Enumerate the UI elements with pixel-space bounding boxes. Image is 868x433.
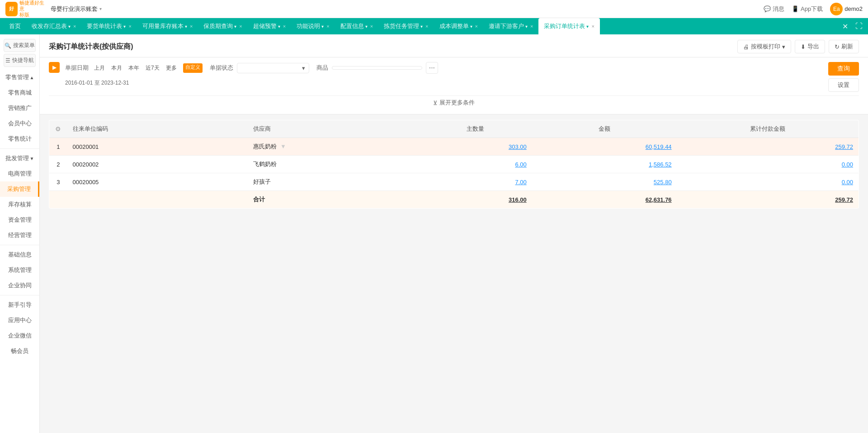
- th-supplier: 供应商: [248, 120, 419, 138]
- shortcut-7days[interactable]: 近7天: [144, 63, 161, 73]
- shortcut-this-year[interactable]: 本年: [127, 63, 141, 73]
- shortcut-prev-month[interactable]: 上月: [92, 63, 107, 73]
- tab-arrow-icon: ▾: [321, 24, 324, 29]
- table-row: 2 00020002 飞鹤奶粉 6.00 1,586.52 0.00: [49, 156, 859, 173]
- shortcut-this-month[interactable]: 本月: [109, 63, 124, 73]
- refresh-btn[interactable]: ↻ 刷新: [829, 40, 859, 53]
- sidebar-divider: [0, 148, 39, 149]
- workspace-selector[interactable]: 母婴行业演示账套 ▾: [51, 5, 104, 13]
- tab-close-icon[interactable]: ×: [239, 24, 242, 29]
- tab-close-icon[interactable]: ×: [326, 24, 329, 29]
- fullscreen-btn[interactable]: ⛶: [854, 22, 864, 30]
- cell-qty[interactable]: 6.00: [419, 156, 532, 173]
- filter-area: ▶ 单据日期 上月 本月 本年 近7天 更多 自定义: [40, 57, 868, 114]
- cell-supplier: 好孩子: [248, 173, 419, 191]
- tab-collect-send[interactable]: 收发存汇总表 ▾ ×: [26, 18, 81, 34]
- row-num: 3: [49, 173, 67, 191]
- message-icon: 💬: [764, 5, 771, 12]
- tab-arrow-icon: ▾: [365, 24, 368, 29]
- tab-cost-adjust[interactable]: 成本调整单 ▾ ×: [434, 18, 483, 34]
- sidebar-item-enterprise-wechat[interactable]: 企业微信: [0, 328, 39, 343]
- sidebar-item-ops-manage[interactable]: 经营管理: [0, 228, 39, 243]
- sidebar-search-btn[interactable]: 🔍 搜索菜单: [4, 39, 36, 52]
- cell-code: 00020002: [67, 156, 248, 173]
- sidebar-item-vip[interactable]: 畅会员: [0, 343, 39, 359]
- app-download-icon: 📱: [792, 5, 799, 12]
- table-settings-icon[interactable]: ⚙: [55, 125, 61, 133]
- sidebar-item-new-guide[interactable]: 新手引导: [0, 297, 39, 313]
- tab-close-icon[interactable]: ×: [370, 24, 373, 29]
- tab-pick-task[interactable]: 拣货任务管理 ▾ ×: [378, 18, 434, 34]
- tab-available-stock[interactable]: 可用量库存账本 ▾ ×: [137, 18, 198, 34]
- expand-more-btn[interactable]: ⊻ 展开更多条件: [49, 95, 859, 109]
- tab-close-icon[interactable]: ×: [190, 24, 193, 29]
- tab-close-icon[interactable]: ×: [73, 24, 76, 29]
- tab-arrow-icon: ▾: [234, 24, 236, 29]
- sidebar-item-system-manage[interactable]: 系统管理: [0, 262, 39, 278]
- custom-badge: 自定义: [183, 63, 203, 73]
- filter-settings-btn[interactable]: 设置: [828, 78, 859, 92]
- tab-overstock-warn[interactable]: 超储预警 ▾ ×: [248, 18, 291, 34]
- goods-ellipsis-btn[interactable]: ···: [426, 62, 438, 74]
- cell-qty[interactable]: 303.00: [419, 138, 532, 156]
- sidebar-item-marketing[interactable]: 营销推广: [0, 100, 39, 116]
- expand-icon: ▲: [30, 75, 34, 80]
- th-code: 往来单位编码: [67, 120, 248, 138]
- tab-warranty[interactable]: 保质期查询 ▾ ×: [198, 18, 247, 34]
- search-icon: 🔍: [5, 43, 11, 49]
- tab-purchase-stats[interactable]: 采购订单统计表 ▾ ×: [538, 18, 599, 34]
- cell-paid[interactable]: 259.72: [677, 138, 859, 156]
- sidebar-item-basic-info[interactable]: 基础信息: [0, 247, 39, 262]
- row-num: 1: [49, 138, 67, 156]
- sidebar-item-retail-stats[interactable]: 零售统计: [0, 131, 39, 147]
- sidebar-item-inventory-check[interactable]: 库存核算: [0, 197, 39, 212]
- message-btn[interactable]: 💬 消息: [764, 5, 784, 13]
- cell-amount[interactable]: 1,586.52: [532, 156, 677, 173]
- filter-toggle-btn[interactable]: ▶: [49, 62, 60, 73]
- tab-config-info[interactable]: 配置信息 ▾ ×: [335, 18, 378, 34]
- nav-tabs-end: ✕ ⛶: [840, 22, 868, 31]
- cell-paid[interactable]: 0.00: [677, 156, 859, 173]
- page-header: 采购订单统计表(按供应商) 🖨 按模板打印 ▾ ⬇ 导出 ↻ 刷新: [40, 34, 868, 57]
- sidebar-item-finance-manage[interactable]: 资金管理: [0, 212, 39, 228]
- page-title: 采购订单统计表(按供应商): [49, 42, 133, 52]
- sidebar-item-ecommerce-manage[interactable]: 电商管理: [0, 166, 39, 181]
- sidebar-item-enterprise-collab[interactable]: 企业协同: [0, 278, 39, 293]
- th-paid: 累计付款金额: [677, 120, 859, 138]
- tab-function-desc[interactable]: 功能说明 ▾ ×: [291, 18, 335, 34]
- print-icon: 🖨: [743, 43, 749, 50]
- print-btn[interactable]: 🖨 按模板打印 ▾: [737, 40, 791, 53]
- cell-paid[interactable]: 0.00: [677, 173, 859, 191]
- sidebar-item-wholesale-manage[interactable]: 批发管理 ▼: [0, 151, 39, 166]
- cell-qty[interactable]: 7.00: [419, 173, 532, 191]
- tab-home[interactable]: 首页: [4, 18, 26, 34]
- page-actions: 🖨 按模板打印 ▾ ⬇ 导出 ↻ 刷新: [737, 40, 859, 53]
- close-all-tabs-btn[interactable]: ✕: [840, 22, 850, 31]
- cell-supplier: 惠氏奶粉 ▼: [248, 138, 419, 156]
- export-icon: ⬇: [801, 43, 806, 50]
- quick-nav-btn[interactable]: ☰ 快捷导航: [4, 54, 36, 67]
- tab-close-icon[interactable]: ×: [283, 24, 286, 29]
- tab-close-icon[interactable]: ×: [530, 24, 533, 29]
- query-btn[interactable]: 查询: [828, 62, 859, 76]
- sidebar-item-retail-manage[interactable]: 零售管理 ▲: [0, 70, 39, 85]
- tab-close-icon[interactable]: ×: [425, 24, 428, 29]
- tab-invite-downstream[interactable]: 邀请下游客户 ▾ ×: [483, 18, 538, 34]
- sidebar-item-member-center[interactable]: 会员中心: [0, 116, 39, 131]
- goods-input[interactable]: [332, 66, 422, 70]
- cell-amount[interactable]: 525.80: [532, 173, 677, 191]
- status-select[interactable]: ▾: [237, 63, 309, 73]
- export-btn[interactable]: ⬇ 导出: [795, 40, 825, 53]
- sidebar-item-app-center[interactable]: 应用中心: [0, 313, 39, 328]
- tab-order-stats[interactable]: 要货单统计表 ▾ ×: [81, 18, 137, 34]
- refresh-icon: ↻: [835, 43, 840, 50]
- cell-amount[interactable]: 60,519.44: [532, 138, 677, 156]
- shortcut-more[interactable]: 更多: [164, 63, 179, 73]
- user-profile[interactable]: Ea demo2: [830, 3, 863, 15]
- sidebar-item-purchase-manage[interactable]: 采购管理: [0, 181, 39, 197]
- tab-close-icon[interactable]: ×: [128, 24, 131, 29]
- app-download-btn[interactable]: 📱 App下载: [792, 5, 823, 13]
- sidebar-item-retail-mall[interactable]: 零售商城: [0, 85, 39, 100]
- tab-close-icon[interactable]: ×: [591, 24, 594, 29]
- tab-close-icon[interactable]: ×: [475, 24, 478, 29]
